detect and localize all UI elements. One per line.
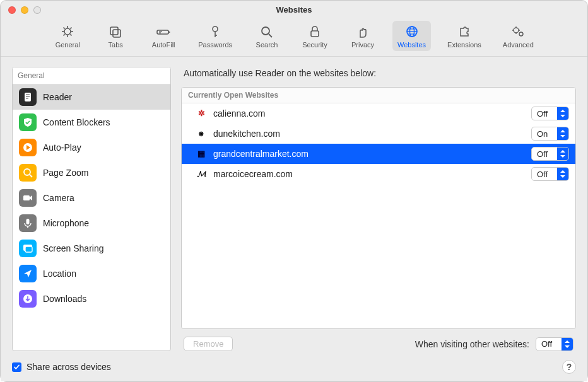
- puzzle-icon: [456, 23, 473, 40]
- svg-line-5: [64, 28, 65, 29]
- chevron-up-down-icon: [562, 338, 573, 350]
- svg-rect-9: [110, 27, 118, 35]
- svg-rect-31: [25, 93, 31, 101]
- chevron-up-down-icon: [557, 107, 568, 120]
- svg-rect-39: [26, 219, 30, 224]
- close-window-button[interactable]: [8, 6, 16, 14]
- website-name: dunekitchen.com: [213, 129, 525, 139]
- main-footer: Remove When visiting other websites: Off: [181, 335, 576, 351]
- share-across-devices-checkbox[interactable]: [12, 362, 21, 372]
- content-area: General Reader Content Blockers Auto-Pla…: [1, 57, 587, 357]
- gear-icon: [59, 23, 76, 40]
- toolbar-privacy-tab[interactable]: Privacy: [344, 21, 381, 51]
- svg-line-7: [71, 28, 72, 29]
- toolbar-label: Search: [256, 41, 278, 49]
- svg-line-6: [71, 34, 72, 35]
- favicon-icon: ⎈: [196, 128, 207, 139]
- toolbar-label: General: [56, 41, 80, 49]
- toolbar-label: Privacy: [351, 41, 374, 49]
- svg-rect-10: [113, 30, 121, 37]
- zoom-window-button[interactable]: [33, 6, 41, 14]
- sidebar-item-label: Page Zoom: [43, 168, 88, 178]
- website-value-select[interactable]: On: [531, 127, 569, 141]
- sidebar-item-zoom[interactable]: Page Zoom: [13, 160, 170, 185]
- svg-rect-42: [25, 246, 32, 252]
- toolbar-label: Advanced: [503, 41, 534, 49]
- website-value-select[interactable]: Off: [531, 107, 569, 120]
- sidebar-item-camera[interactable]: Camera: [13, 185, 170, 211]
- toolbar-label: Passwords: [198, 41, 232, 49]
- camera-icon: [19, 189, 37, 207]
- favicon-icon: 𝓜: [196, 168, 207, 180]
- other-websites-select[interactable]: Off: [536, 337, 573, 351]
- gears-icon: [509, 23, 527, 40]
- svg-rect-38: [23, 195, 30, 200]
- hand-icon: [354, 23, 372, 40]
- toolbar-search-tab[interactable]: Search: [249, 21, 285, 51]
- sidebar-item-label: Downloads: [43, 294, 86, 304]
- doc-icon: [19, 88, 37, 106]
- sidebar-item-mic[interactable]: Microphone: [13, 211, 170, 236]
- sidebar-item-label: Auto-Play: [43, 142, 81, 153]
- website-value-select[interactable]: Off: [531, 147, 569, 161]
- toolbar-websites-tab[interactable]: Websites: [392, 21, 431, 51]
- sidebar-section-header: General: [13, 67, 170, 84]
- website-name: marcoicecream.com: [213, 169, 525, 179]
- shield-icon: [19, 113, 37, 131]
- sidebar-item-autoplay[interactable]: Auto-Play: [13, 135, 170, 160]
- svg-rect-11: [157, 30, 168, 34]
- zoom-icon: [19, 164, 37, 182]
- favicon-icon: ✲: [196, 108, 207, 119]
- svg-line-37: [30, 175, 32, 177]
- svg-rect-19: [311, 31, 319, 37]
- globe-icon: [403, 23, 421, 40]
- screen-icon: [19, 240, 37, 257]
- sidebar-item-blockers[interactable]: Content Blockers: [13, 110, 170, 135]
- key-icon: [206, 23, 224, 40]
- svg-point-14: [213, 26, 218, 32]
- websites-list-header: Currently Open Websites: [182, 88, 575, 103]
- svg-line-18: [269, 34, 272, 37]
- toolbar-label: Tabs: [109, 41, 123, 49]
- preferences-toolbar: General Tabs AutoFill Passwords Search S…: [1, 18, 587, 57]
- sidebar-item-label: Screen Sharing: [43, 243, 104, 253]
- toolbar-label: Websites: [397, 41, 426, 49]
- website-row[interactable]: ▦ grandcentralmarket.com Off: [182, 144, 575, 164]
- minimize-window-button[interactable]: [21, 6, 28, 14]
- help-button[interactable]: ?: [562, 360, 576, 374]
- sidebar-item-location[interactable]: Location: [13, 261, 170, 286]
- toolbar-passwords-tab[interactable]: Passwords: [193, 21, 237, 51]
- website-row[interactable]: ⎈ dunekitchen.com On: [182, 124, 575, 144]
- website-row[interactable]: ✲ calienna.com Off: [182, 103, 575, 124]
- website-value: Off: [532, 170, 557, 179]
- favicon-icon: ▦: [196, 148, 207, 159]
- pen-icon: [155, 23, 172, 40]
- website-value-select[interactable]: Off: [531, 167, 569, 181]
- website-row[interactable]: 𝓜 marcoicecream.com Off: [182, 164, 575, 184]
- search-icon: [258, 23, 276, 40]
- location-icon: [19, 265, 37, 282]
- traffic-lights: [8, 6, 41, 14]
- toolbar-autofill-tab[interactable]: AutoFill: [145, 21, 182, 51]
- main-subtitle: Automatically use Reader on the websites…: [181, 67, 576, 81]
- chevron-up-down-icon: [557, 127, 568, 140]
- websites-list: Currently Open Websites ✲ calienna.com O…: [181, 87, 576, 329]
- website-name: grandcentralmarket.com: [213, 149, 525, 159]
- svg-point-17: [262, 27, 269, 35]
- sidebar-item-screen[interactable]: Screen Sharing: [13, 236, 170, 261]
- sidebar-item-downloads[interactable]: Downloads: [13, 286, 170, 311]
- toolbar-extensions-tab[interactable]: Extensions: [442, 21, 486, 51]
- titlebar: Websites: [1, 1, 587, 18]
- sidebar-item-label: Microphone: [43, 218, 89, 228]
- toolbar-security-tab[interactable]: Security: [297, 21, 333, 51]
- toolbar-tabs-tab[interactable]: Tabs: [97, 21, 134, 51]
- remove-button[interactable]: Remove: [184, 337, 233, 351]
- main-panel: Automatically use Reader on the websites…: [181, 67, 576, 351]
- toolbar-advanced-tab[interactable]: Advanced: [498, 21, 539, 51]
- toolbar-general-tab[interactable]: General: [49, 21, 86, 51]
- sidebar-item-label: Content Blockers: [43, 117, 110, 127]
- sidebar-item-label: Reader: [43, 92, 72, 102]
- sidebar: General Reader Content Blockers Auto-Pla…: [12, 67, 171, 351]
- toolbar-label: Security: [302, 41, 327, 49]
- sidebar-item-reader[interactable]: Reader: [13, 84, 170, 110]
